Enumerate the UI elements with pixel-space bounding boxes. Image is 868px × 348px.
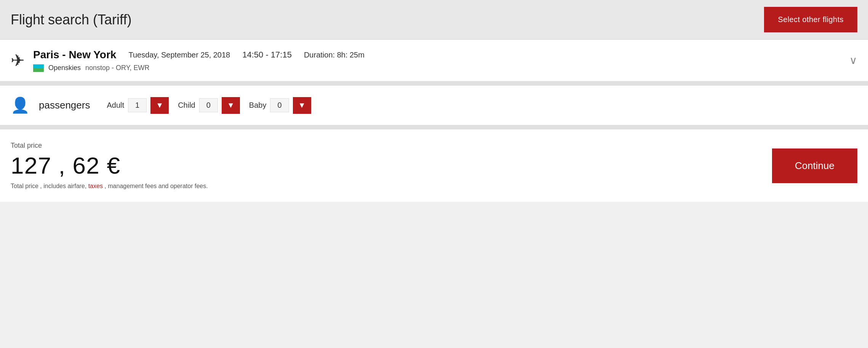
select-other-flights-button[interactable]: Select other flights bbox=[764, 7, 857, 32]
child-group: Child 0 ▼ bbox=[178, 97, 240, 114]
price-note-before: Total price , includes airfare, bbox=[11, 183, 86, 189]
plane-icon: ✈ bbox=[11, 51, 25, 70]
flight-date: Tuesday, September 25, 2018 bbox=[128, 51, 230, 59]
baby-group: Baby 0 ▼ bbox=[249, 97, 311, 114]
flight-card: ✈ Paris - New York Tuesday, September 25… bbox=[0, 40, 868, 83]
header: Flight search (Tariff) Select other flig… bbox=[0, 0, 868, 40]
adult-dropdown-arrow: ▼ bbox=[156, 101, 163, 110]
flight-route: Paris - New York bbox=[33, 49, 116, 61]
flight-expand-chevron[interactable]: ∨ bbox=[849, 54, 857, 67]
child-dropdown-arrow: ▼ bbox=[227, 101, 235, 110]
baby-label: Baby bbox=[249, 101, 267, 110]
price-left: Total price 127 , 62 € Total price , inc… bbox=[11, 142, 208, 190]
adult-count: 1 bbox=[128, 98, 147, 112]
flight-duration: Duration: 8h: 25m bbox=[304, 51, 364, 59]
airline-logo bbox=[33, 64, 44, 72]
child-label: Child bbox=[178, 101, 195, 110]
adult-dropdown-button[interactable]: ▼ bbox=[150, 97, 169, 114]
passenger-icon: 👤 bbox=[11, 96, 30, 114]
flight-time: 14:50 - 17:15 bbox=[242, 50, 292, 60]
flight-sub-row: Openskies nonstop - ORY, EWR bbox=[33, 64, 849, 72]
flight-main-row: Paris - New York Tuesday, September 25, … bbox=[33, 49, 849, 61]
price-note: Total price , includes airfare, taxes , … bbox=[11, 183, 208, 190]
total-price-label: Total price bbox=[11, 142, 208, 150]
baby-count: 0 bbox=[270, 98, 289, 112]
continue-button[interactable]: Continue bbox=[772, 148, 857, 183]
taxes-link: taxes bbox=[88, 183, 103, 189]
total-price-value: 127 , 62 € bbox=[11, 152, 208, 179]
passengers-section: 👤 passengers Adult 1 ▼ Child 0 ▼ Baby 0 … bbox=[0, 86, 868, 127]
price-section: Total price 127 , 62 € Total price , inc… bbox=[0, 129, 868, 202]
airline-name: Openskies bbox=[48, 64, 81, 72]
baby-dropdown-button[interactable]: ▼ bbox=[293, 97, 311, 114]
price-note-after: , management fees and operator fees. bbox=[104, 183, 208, 189]
adult-label: Adult bbox=[107, 101, 124, 110]
child-dropdown-button[interactable]: ▼ bbox=[222, 97, 240, 114]
adult-group: Adult 1 ▼ bbox=[107, 97, 169, 114]
passengers-label: passengers bbox=[39, 99, 90, 111]
flight-info: Paris - New York Tuesday, September 25, … bbox=[33, 49, 849, 72]
flight-stops: nonstop - ORY, EWR bbox=[85, 64, 149, 72]
baby-dropdown-arrow: ▼ bbox=[298, 101, 306, 110]
page-title: Flight search (Tariff) bbox=[11, 12, 131, 28]
child-count: 0 bbox=[199, 98, 218, 112]
